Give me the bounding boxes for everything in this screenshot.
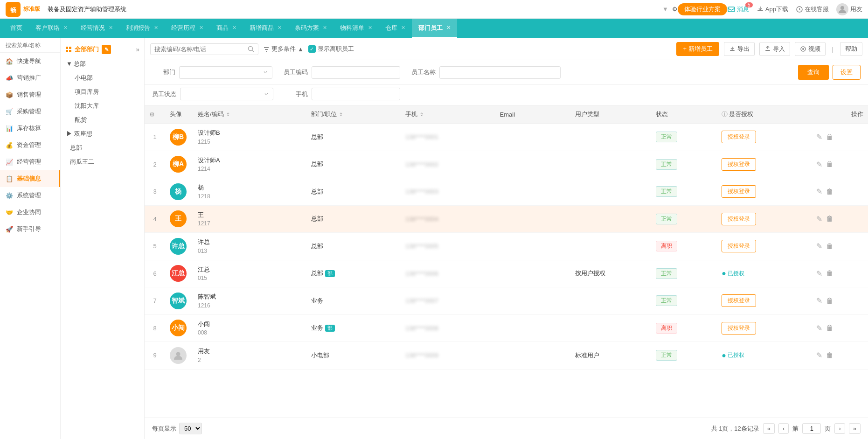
message-btn[interactable]: 消息 5 [727,5,749,14]
help-btn[interactable]: 帮助 [840,42,862,56]
sidebar-item-marketing[interactable]: 📣 营销推广 [0,70,60,86]
delete-icon[interactable]: 🗑 [826,160,833,168]
filter-status-select[interactable] [180,88,273,100]
tab-warehouse[interactable]: 仓库 ✕ [379,19,412,38]
add-employee-btn[interactable]: + 新增员工 [676,42,719,56]
th-phone[interactable]: 手机 [401,105,495,124]
tab-operation[interactable]: 经营情况 ✕ [74,19,119,38]
edit-icon[interactable]: ✎ [816,296,822,305]
sidebar-item-basic-info[interactable]: 📋 基础信息 [0,170,60,187]
sidebar-item-guide[interactable]: 🚀 新手引导 [0,221,60,237]
auth-login-btn[interactable]: 授权登录 [722,294,756,307]
sidebar-item-inventory[interactable]: 📊 库存核算 [0,120,60,137]
auth-login-btn[interactable]: 授权登录 [722,322,756,334]
online-service-link[interactable]: 在线客服 [796,5,829,14]
employee-search-input[interactable] [154,46,248,53]
auth-login-btn[interactable]: 授权登录 [722,185,756,198]
dept-item-double-think[interactable]: ▶ 双座想 [61,127,144,141]
sidebar-item-operation[interactable]: 📈 经营管理 [0,153,60,170]
dept-item-pumpkin[interactable]: 南瓜王二 [61,155,144,169]
sidebar-item-finance[interactable]: 💰 资金管理 [0,137,60,153]
auth-login-btn[interactable]: 授权登录 [722,213,756,225]
tab-profit[interactable]: 利润报告 ✕ [119,19,165,38]
th-dept[interactable]: 部门/职位 [306,105,401,124]
edit-icon[interactable]: ✎ [816,160,822,169]
dept-collapse-icon[interactable]: » [136,46,139,53]
auth-login-btn[interactable]: 授权登录 [722,158,756,171]
tab-goods-close[interactable]: ✕ [232,25,236,31]
tab-history[interactable]: 经营历程 ✕ [165,19,210,38]
delete-icon[interactable]: 🗑 [826,351,833,360]
delete-icon[interactable]: 🗑 [826,133,833,141]
edit-icon[interactable]: ✎ [816,324,822,333]
delete-icon[interactable]: 🗑 [826,215,833,223]
edit-icon[interactable]: ✎ [816,242,822,251]
th-name-code[interactable]: 姓名/编码 [193,105,306,124]
edit-icon[interactable]: ✎ [816,351,822,360]
next-page-btn[interactable]: › [834,423,845,434]
query-btn[interactable]: 查询 [798,65,829,80]
last-page-btn[interactable]: » [849,423,861,434]
tab-bom[interactable]: 物料清单 ✕ [333,19,379,38]
experience-btn[interactable]: 体验行业方案 [678,3,727,15]
tab-employee-close[interactable]: ✕ [446,25,451,31]
tab-home[interactable]: 首页 [4,19,29,38]
tab-add-goods[interactable]: 新增商品 ✕ [243,19,288,38]
tab-barcode-close[interactable]: ✕ [323,25,327,31]
dept-item-shenyang[interactable]: 沈阳大库 [61,99,144,113]
tab-barcode[interactable]: 条码方案 ✕ [288,19,333,38]
view-btn[interactable]: 视频 [795,42,826,56]
filter-emp-name-input[interactable] [439,66,561,79]
import-btn[interactable]: 导入 [759,42,790,56]
th-settings[interactable]: ⚙ [145,105,165,124]
export-btn[interactable]: 导出 [724,42,755,56]
dept-item-general[interactable]: ▼ 总部 [61,57,144,71]
dept-edit-icon[interactable]: ✎ [102,45,111,54]
user-area[interactable]: 用友 [836,3,862,15]
dept-item-xiao-elec[interactable]: 小电部 [61,71,144,85]
tab-profit-close[interactable]: ✕ [154,25,158,31]
tab-employee[interactable]: 部门员工 ✕ [412,19,457,38]
app-download-link[interactable]: App下载 [757,5,788,14]
edit-icon[interactable]: ✎ [816,187,822,196]
edit-icon[interactable]: ✎ [816,269,822,278]
tab-customer-close[interactable]: ✕ [63,25,68,31]
sidebar-item-quick-nav[interactable]: 🏠 快捷导航 [0,53,60,70]
filter-dept-select[interactable] [179,66,272,79]
filter-emp-code-input[interactable] [312,66,400,79]
page-input[interactable] [802,423,821,434]
sidebar-search-input[interactable] [6,42,61,49]
filter-phone-input[interactable] [312,88,400,100]
dropdown-icon[interactable]: ▼ [662,6,668,13]
dept-item-general2[interactable]: 总部 [61,141,144,155]
first-page-btn[interactable]: « [763,423,775,434]
show-resign-toggle[interactable]: ✓ 显示离职员工 [308,45,354,53]
tab-bom-close[interactable]: ✕ [368,25,372,31]
auth-login-btn[interactable]: 授权登录 [722,131,756,143]
sidebar-item-purchase[interactable]: 🛒 采购管理 [0,103,60,120]
tab-goods[interactable]: 商品 ✕ [210,19,243,38]
delete-icon[interactable]: 🗑 [826,242,833,251]
filter-setting-btn[interactable]: 设置 [833,65,861,80]
dept-item-project-room[interactable]: 项目库房 [61,85,144,99]
prev-page-btn[interactable]: ‹ [778,423,789,434]
sidebar-item-system[interactable]: ⚙️ 系统管理 [0,187,60,204]
dept-item-delivery[interactable]: 配货 [61,113,144,127]
more-filter-btn[interactable]: 更多条件 ▲ [263,45,304,53]
edit-icon[interactable]: ✎ [816,215,822,223]
delete-icon[interactable]: 🗑 [826,269,833,278]
tab-add-goods-close[interactable]: ✕ [278,25,282,31]
auth-login-btn[interactable]: 授权登录 [722,240,756,252]
employee-search-icon[interactable] [248,46,254,52]
tab-customer[interactable]: 客户联络 ✕ [29,19,74,38]
edit-icon[interactable]: ✎ [816,132,822,141]
tab-history-close[interactable]: ✕ [199,25,203,31]
table-settings-icon[interactable]: ⚙ [149,111,155,118]
delete-icon[interactable]: 🗑 [826,297,833,305]
gear-icon[interactable]: ⚙ [672,6,678,13]
delete-icon[interactable]: 🗑 [826,188,833,196]
delete-icon[interactable]: 🗑 [826,324,833,332]
tab-warehouse-close[interactable]: ✕ [401,25,405,31]
per-page-select[interactable]: 50 [179,423,202,434]
sidebar-item-sales[interactable]: 📦 销售管理 [0,86,60,103]
